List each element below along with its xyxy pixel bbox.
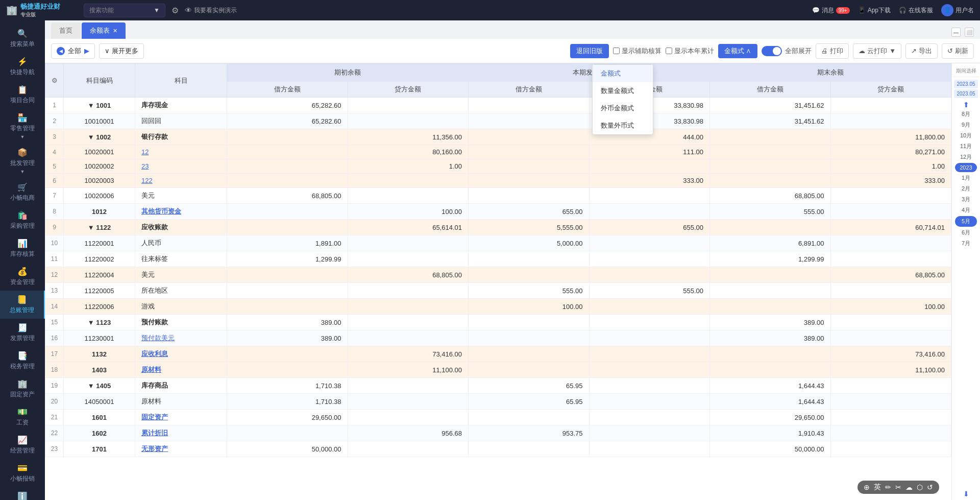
period-year2[interactable]: 2023.05 xyxy=(954,89,978,98)
period-month-2[interactable]: 2月 xyxy=(953,183,979,194)
period-month-10[interactable]: 10月 xyxy=(953,130,979,141)
period-month-4[interactable]: 4月 xyxy=(953,205,979,216)
sidebar-item-ledger[interactable]: 📒 总账管理 xyxy=(0,291,45,319)
account-name[interactable]: 应收利息 xyxy=(135,346,227,362)
account-name[interactable]: 122 xyxy=(135,174,227,188)
bottom-icon-1[interactable]: ⊕ xyxy=(864,483,870,491)
current-credit xyxy=(589,188,710,204)
period-month-11[interactable]: 11月 xyxy=(953,141,979,152)
period-month-6[interactable]: 6月 xyxy=(953,227,979,238)
closing-credit: 80,271.00 xyxy=(830,145,951,159)
online-service-button[interactable]: 🎧 在线客服 xyxy=(899,6,933,15)
dropdown-item-amount[interactable]: 金额式 xyxy=(593,65,653,82)
account-name[interactable]: 其他货币资金 xyxy=(135,204,227,220)
tab-balance[interactable]: 余额表 ✕ xyxy=(82,22,126,39)
period-year-2023[interactable]: 2023 xyxy=(955,163,977,172)
cloud-print-button[interactable]: ☁ 云打印 ▼ xyxy=(853,43,901,59)
bottom-icon-3[interactable]: ✏ xyxy=(885,483,891,491)
app-download-button[interactable]: 📱 App下载 xyxy=(858,6,891,15)
sidebar-item-operations[interactable]: 📈 经营管理 xyxy=(0,431,45,459)
tab-home[interactable]: 首页 xyxy=(51,22,81,39)
gear-icon[interactable]: ⚙ xyxy=(172,6,179,15)
cloud-arrow-icon: ▼ xyxy=(889,47,896,55)
bottom-icon-5[interactable]: ☁ xyxy=(905,483,913,491)
sidebar-item-finance[interactable]: 💰 资金管理 xyxy=(0,263,45,291)
sidebar-item-salary[interactable]: 💵 工资 xyxy=(0,403,45,431)
closing-debit: 31,451.62 xyxy=(710,98,831,113)
bottom-icon-4[interactable]: ✂ xyxy=(895,483,901,491)
bottom-icon-7[interactable]: ↺ xyxy=(927,483,933,491)
closing-debit: 31,451.62 xyxy=(710,113,831,129)
maximize-button[interactable]: ⬜ xyxy=(965,28,974,37)
account-name[interactable]: 累计折旧 xyxy=(135,425,227,441)
table-row: 14 11220006 游戏 100.00 100.00 xyxy=(45,299,951,315)
closing-debit xyxy=(710,346,831,362)
print-button[interactable]: 🖨 打印 xyxy=(816,43,849,59)
expand-more-button[interactable]: ∨ 展开更多 xyxy=(99,43,144,59)
account-name[interactable]: 预付款美元 xyxy=(135,330,227,346)
sidebar-item-invoice[interactable]: 🧾 发票管理 xyxy=(0,319,45,347)
bottom-icon-2[interactable]: 英 xyxy=(874,483,881,492)
dropdown-item-qty-foreign[interactable]: 数量外币式 xyxy=(593,117,653,134)
account-name[interactable]: 23 xyxy=(135,159,227,174)
opening-debit xyxy=(227,283,348,299)
purchase-icon: 🛍️ xyxy=(17,210,28,220)
sidebar-item-project[interactable]: 📋 项目合同 xyxy=(0,81,45,109)
period-month-5[interactable]: 5月 xyxy=(955,216,977,227)
column-settings-icon[interactable]: ⚙ xyxy=(52,77,58,84)
account-name[interactable]: 固定资产 xyxy=(135,410,227,425)
closing-credit: 11,800.00 xyxy=(830,129,951,145)
period-month-9[interactable]: 9月 xyxy=(953,120,979,130)
style-dropdown-button[interactable]: 金额式 ∧ xyxy=(718,44,758,58)
period-arrow-up[interactable]: ⬆ xyxy=(953,101,979,109)
period-year1[interactable]: 2023.05 xyxy=(954,80,978,88)
minimize-button[interactable]: — xyxy=(951,28,961,37)
closing-credit xyxy=(830,394,951,410)
opening-debit: 1,299.99 xyxy=(227,251,348,267)
opening-debit xyxy=(227,362,348,378)
account-name[interactable]: 12 xyxy=(135,145,227,159)
sidebar-item-inventory[interactable]: 📊 库存核算 xyxy=(0,234,45,263)
dropdown-item-foreign-amount[interactable]: 外币金额式 xyxy=(593,100,653,117)
search-icon: ▼ xyxy=(154,7,160,14)
tab-close-icon[interactable]: ✕ xyxy=(113,28,117,34)
search-box[interactable]: 搜索功能 ▼ xyxy=(84,4,165,17)
return-old-version-button[interactable]: 退回旧版 xyxy=(570,44,609,58)
demo-link[interactable]: 👁 我要看实例演示 xyxy=(185,6,237,15)
sidebar-item-ecommerce[interactable]: 🛒 小畅电商 xyxy=(0,178,45,206)
col-group-current: 本期发生额 xyxy=(469,64,710,82)
sidebar-item-retail[interactable]: 🏪 零售管理 ▼ xyxy=(0,109,45,144)
current-credit xyxy=(589,235,710,251)
period-month-1[interactable]: 1月 xyxy=(953,173,979,183)
show-ytd-checkbox[interactable]: 显示本年累计 xyxy=(666,46,714,56)
bottom-icon-6[interactable]: ⬡ xyxy=(917,483,923,491)
period-arrow-down[interactable]: ⬇ xyxy=(953,490,979,498)
sidebar-item-tax[interactable]: 📑 税务管理 xyxy=(0,347,45,375)
sidebar-item-reimbursement[interactable]: 💳 小畅报销 xyxy=(0,459,45,487)
dropdown-item-qty-amount[interactable]: 数量金额式 xyxy=(593,82,653,100)
export-button[interactable]: ↗ 导出 xyxy=(905,43,938,59)
closing-debit: 1,299.99 xyxy=(710,251,831,267)
sidebar-item-quicknav[interactable]: ⚡ 快捷导航 xyxy=(0,53,45,81)
all-filter-box[interactable]: ◀ 全部 ▶ xyxy=(51,43,95,59)
refresh-button[interactable]: ↺ 刷新 xyxy=(942,43,974,59)
period-month-8[interactable]: 8月 xyxy=(953,109,979,120)
message-button[interactable]: 💬 消息 99+ xyxy=(812,6,850,15)
current-credit xyxy=(589,315,710,330)
period-month-7[interactable]: 7月 xyxy=(953,238,979,249)
closing-debit: 6,891.00 xyxy=(710,235,831,251)
sidebar-item-search[interactable]: 🔍 搜索菜单 xyxy=(0,25,45,53)
account-code: 11220001 xyxy=(64,235,135,251)
account-name[interactable]: 原材料 xyxy=(135,362,227,378)
account-code: 1602 xyxy=(64,425,135,441)
user-avatar[interactable]: 👤 用户名 xyxy=(941,4,974,16)
period-month-12[interactable]: 12月 xyxy=(953,152,979,162)
toggle-expand-all[interactable]: 全部展开 xyxy=(762,46,812,56)
account-name[interactable]: 无形资产 xyxy=(135,441,227,457)
sidebar-item-assets[interactable]: 🏢 固定资产 xyxy=(0,375,45,403)
sidebar-item-basic-info[interactable]: ℹ️ 基础信息 xyxy=(0,487,45,500)
period-month-3[interactable]: 3月 xyxy=(953,194,979,205)
sidebar-item-purchase[interactable]: 🛍️ 采购管理 xyxy=(0,206,45,234)
show-assist-checkbox[interactable]: 显示辅助核算 xyxy=(613,46,662,56)
sidebar-item-wholesale[interactable]: 📦 批发管理 ▼ xyxy=(0,144,45,178)
